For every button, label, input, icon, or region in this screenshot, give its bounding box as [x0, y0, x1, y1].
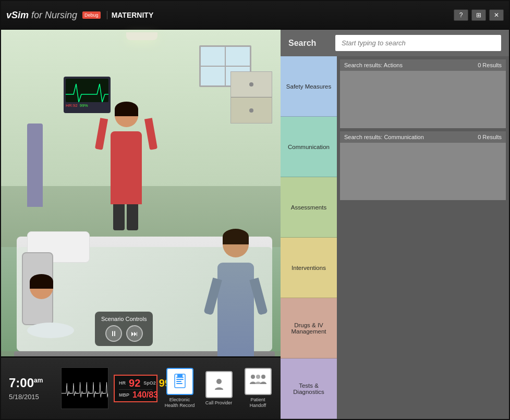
call-svg — [211, 376, 227, 393]
svg-rect-7 — [176, 383, 183, 384]
title-right: ? ⊞ ✕ — [454, 9, 504, 21]
main-content: HR:92 99% — [1, 30, 509, 419]
vitals-panel: HR 92 SpO2 99 MBP 140/83 — [114, 375, 157, 402]
title-left: vSim for Nursing Debug MATERNITY — [6, 10, 153, 21]
communication-results-section: Search results: Communication 0 Results — [340, 131, 506, 200]
svg-point-12 — [261, 375, 265, 379]
svg-rect-8 — [177, 374, 183, 377]
for-text: for — [31, 10, 45, 20]
call-provider-button[interactable]: Call Provider — [202, 371, 236, 406]
hr-row: HR 92 SpO2 99 — [119, 378, 152, 388]
actions-results-count: 0 Results — [478, 62, 502, 68]
vital-monitor-labels: HR:92 99% — [66, 103, 108, 108]
search-section: Search — [281, 30, 509, 56]
ecg-waveform — [62, 368, 108, 409]
call-icon — [205, 371, 233, 398]
vital-monitor-wave — [66, 79, 108, 102]
visitor-figure — [105, 108, 147, 212]
close-button[interactable]: ✕ — [489, 9, 504, 21]
ecg-display — [61, 367, 108, 409]
visitor-hair — [115, 102, 138, 116]
cabinet — [230, 71, 272, 123]
search-label: Search — [288, 39, 330, 48]
svg-point-10 — [251, 375, 255, 379]
patient-head — [30, 276, 53, 299]
status-bar: 7:00am 5/18/2015 — [1, 356, 283, 419]
category-communication[interactable]: Communication — [281, 117, 337, 177]
search-input[interactable] — [335, 35, 501, 51]
category-safety[interactable]: Safety Measures — [281, 56, 337, 117]
nurse-head — [223, 231, 249, 257]
communication-results-body — [340, 143, 506, 200]
ehr-button[interactable]: ElectronicHealth Record — [163, 368, 197, 409]
simulation-area: HR:92 99% — [1, 30, 283, 419]
categories-column: Safety Measures Communication Assessment… — [281, 56, 337, 419]
grid-button[interactable]: ⊞ — [471, 9, 486, 21]
nurse-body — [217, 263, 254, 356]
time-value: 7:00am — [9, 376, 56, 391]
ehr-icon — [166, 368, 193, 395]
mbp-row: MBP 140/83 — [119, 391, 152, 399]
category-interventions[interactable]: Interventions — [281, 238, 337, 298]
nurse-figure — [210, 237, 262, 367]
time-clock: 7:00 — [9, 376, 34, 390]
actions-results-title: Search results: Actions — [344, 62, 403, 68]
actions-results-header: Search results: Actions 0 Results — [340, 59, 506, 71]
categories-results-area: Safety Measures Communication Assessment… — [281, 56, 509, 419]
patient-arm — [27, 323, 74, 338]
handoff-icon — [245, 368, 272, 395]
svg-point-11 — [256, 375, 260, 379]
debug-badge: Debug — [82, 11, 101, 19]
svg-rect-4 — [176, 377, 184, 378]
help-button[interactable]: ? — [454, 9, 468, 21]
svg-point-9 — [216, 379, 222, 384]
actions-results-section: Search results: Actions 0 Results — [340, 59, 506, 128]
forward-button[interactable]: ⏭ — [126, 325, 143, 342]
svg-rect-5 — [176, 379, 184, 380]
visitor-legs — [113, 204, 139, 230]
time-display: 7:00am 5/18/2015 — [9, 376, 56, 401]
nurse-hair — [223, 229, 249, 244]
vitals-separator — [119, 389, 152, 390]
visitor-head — [115, 104, 138, 127]
ehr-svg — [172, 373, 188, 390]
hr-value: 92 — [129, 378, 140, 388]
call-label: Call Provider — [205, 400, 233, 406]
time-ampm: am — [34, 377, 43, 384]
handoff-label: PatientHandoff — [250, 397, 266, 409]
pause-button[interactable]: ⏸ — [105, 325, 122, 342]
headboard — [27, 123, 43, 207]
spo2-label: SpO2 — [143, 380, 156, 386]
ehr-label: ElectronicHealth Record — [165, 397, 195, 409]
mbp-label: MBP — [119, 392, 129, 398]
communication-results-header: Search results: Communication 0 Results — [340, 131, 506, 143]
patient-handoff-button[interactable]: PatientHandoff — [241, 368, 275, 409]
right-panel: Search Safety Measures Communication Ass… — [281, 30, 509, 419]
vsim-brand: vSim — [6, 10, 29, 20]
nursing-text: Nursing — [45, 10, 77, 20]
svg-rect-2 — [62, 368, 108, 409]
controls-buttons: ⏸ ⏭ — [105, 325, 143, 342]
category-tests[interactable]: Tests & Diagnostics — [281, 359, 337, 419]
hr-label: HR — [119, 380, 126, 386]
brand-text: vSim for Nursing — [6, 10, 77, 21]
results-column: Search results: Actions 0 Results Search… — [337, 56, 509, 419]
overhead-light — [126, 32, 157, 40]
communication-results-count: 0 Results — [478, 134, 502, 140]
visitor-body — [111, 131, 142, 204]
category-assessments[interactable]: Assessments — [281, 177, 337, 238]
actions-results-body — [340, 71, 506, 128]
category-drugs[interactable]: Drugs & IV Management — [281, 298, 337, 359]
app-container: vSim for Nursing Debug MATERNITY ? ⊞ ✕ — [0, 0, 510, 420]
svg-rect-6 — [176, 381, 181, 382]
mbp-value: 140/83 — [132, 391, 158, 399]
date-value: 5/18/2015 — [9, 393, 56, 401]
vital-monitor-device: HR:92 99% — [64, 77, 111, 113]
handoff-svg — [248, 372, 269, 391]
scenario-controls-label: Scenario Controls — [101, 316, 147, 322]
communication-results-title: Search results: Communication — [344, 134, 424, 140]
vital-monitor-screen — [66, 79, 108, 102]
scenario-controls: Scenario Controls ⏸ ⏭ — [95, 312, 153, 346]
patient-hair — [30, 274, 53, 289]
maternity-label: MATERNITY — [107, 11, 154, 19]
